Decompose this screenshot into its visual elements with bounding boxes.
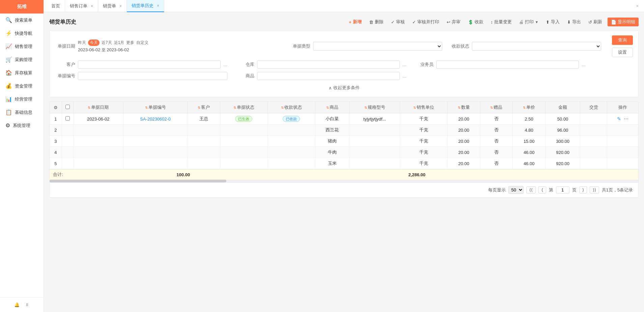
sidebar-item-basic-info[interactable]: 📋 基础信息 xyxy=(0,106,44,119)
abandon-button[interactable]: ↩ 弃审 xyxy=(445,18,463,26)
doc-no-input[interactable] xyxy=(78,72,227,80)
more-icon[interactable]: ⋯ xyxy=(624,116,628,122)
sidebar-item-finance[interactable]: 💰 资金管理 xyxy=(0,79,44,93)
page-first-button[interactable]: ⟨⟨ xyxy=(526,186,536,193)
page-number-input[interactable] xyxy=(556,186,569,193)
refresh-button[interactable]: ↺ 刷新 xyxy=(586,18,604,26)
sort-qty-icon: ⇅ xyxy=(458,106,460,109)
staff-ellipsis-button[interactable]: ... xyxy=(582,62,586,67)
col-goods[interactable]: ⇅商品 xyxy=(315,102,349,113)
sidebar-item-operation[interactable]: 📊 经营管理 xyxy=(0,93,44,106)
edit-icon[interactable]: ✎ xyxy=(617,116,621,122)
collapse-more-button[interactable]: ∧ 收起更多条件 xyxy=(55,83,633,92)
sidebar-item-quick-nav[interactable]: ⚡ 快捷导航 xyxy=(0,27,44,40)
query-button[interactable]: 查询 xyxy=(612,35,633,45)
audit-print-button[interactable]: ✓ 审核并打印 xyxy=(410,18,441,26)
tab-home[interactable]: 首页 xyxy=(47,0,65,12)
abandon-icon: ↩ xyxy=(447,20,450,25)
window-close-icon[interactable]: × xyxy=(633,3,641,8)
sidebar-item-inventory[interactable]: 🏠 库存核算 xyxy=(0,66,44,79)
collect-button[interactable]: 💲 收款 xyxy=(466,18,485,26)
col-gift[interactable]: ⇅赠品 xyxy=(480,102,513,113)
print-button[interactable]: 🖨 打印 ▼ xyxy=(517,18,540,26)
col-doc-status[interactable]: ⇅单据状态 xyxy=(220,102,268,113)
date-shortcut-1month[interactable]: 近1月 xyxy=(114,40,124,46)
date-shortcut-today[interactable]: 今天 xyxy=(88,40,100,46)
select-all-checkbox[interactable] xyxy=(65,105,70,109)
horizontal-scrollbar[interactable] xyxy=(50,180,638,182)
customer-ellipsis-button[interactable]: ... xyxy=(223,62,227,67)
scrollbar-thumb[interactable] xyxy=(50,180,226,182)
delete-icon: 🗑 xyxy=(369,20,373,25)
col-unit[interactable]: ⇅销售单位 xyxy=(400,102,448,113)
date-shortcut-7days[interactable]: 近7天 xyxy=(102,40,112,46)
tab-sales-history-close[interactable]: × xyxy=(157,3,159,8)
footer-total-label: 合计: xyxy=(53,172,73,178)
tab-sales-goods-close[interactable]: × xyxy=(119,4,122,8)
filter-customer: 客户 ... xyxy=(55,60,227,69)
sidebar-item-label-finance: 资金管理 xyxy=(15,83,32,89)
sidebar-item-search-menu[interactable]: 🔍 搜索菜单 xyxy=(0,14,44,27)
date-shortcuts: 昨天 今天 近7天 近1月 更多 自定义 2023-06-02 至 2023-0… xyxy=(78,40,148,53)
row-doc-date: 2023-06-02 xyxy=(73,113,123,125)
filter-row-2: 客户 ... 仓库 ... 业务员 ... xyxy=(55,60,633,69)
sidebar-item-sales-mgmt[interactable]: 📈 销售管理 xyxy=(0,40,44,53)
add-button[interactable]: + 新增 xyxy=(347,18,364,26)
row-doc-status xyxy=(220,147,268,158)
tab-sales-order-close[interactable]: × xyxy=(91,4,93,8)
row-checkbox[interactable] xyxy=(65,116,70,121)
delete-button[interactable]: 🗑 删除 xyxy=(367,18,386,26)
sidebar-item-purchase-mgmt[interactable]: 🛒 采购管理 xyxy=(0,53,44,66)
tab-sales-goods[interactable]: 销货单 × xyxy=(98,0,127,12)
doc-no-link[interactable]: SA-20230602-0 xyxy=(140,116,171,122)
set-button[interactable]: 设置 xyxy=(612,48,633,57)
col-spec[interactable]: ⇅规格型号 xyxy=(349,102,400,113)
audit-button[interactable]: ✓ 审核 xyxy=(389,18,407,26)
pause-icon[interactable]: ⏸ xyxy=(25,302,29,307)
page-prev-button[interactable]: ⟨ xyxy=(538,186,546,193)
sidebar-item-sys-mgmt[interactable]: ⚙ 系统管理 xyxy=(0,119,44,132)
notification-icon[interactable]: 🔔 xyxy=(14,302,20,307)
warehouse-ellipsis-button[interactable]: ... xyxy=(402,62,407,67)
collect-label: 收款 xyxy=(475,19,483,25)
import-button[interactable]: ⬆ 导入 xyxy=(544,18,562,26)
collect-status-select[interactable] xyxy=(472,42,601,51)
row-customer: 王总 xyxy=(188,113,220,125)
customer-input[interactable] xyxy=(78,60,221,69)
table-row: 3 猪肉 千克 20.00 否 15.00 300.00 xyxy=(50,136,638,147)
filter-warehouse: 仓库 ... xyxy=(234,60,407,69)
show-detail-button[interactable]: 📄 显示明细 xyxy=(608,18,639,26)
doc-type-select[interactable] xyxy=(313,42,442,51)
goods-input[interactable] xyxy=(257,72,400,80)
col-doc-no[interactable]: ⇅单据编号 xyxy=(123,102,187,113)
col-price[interactable]: ⇅单价 xyxy=(513,102,545,113)
warehouse-input[interactable] xyxy=(257,60,400,69)
export-button[interactable]: ⬇ 导出 xyxy=(565,18,583,26)
page-last-button[interactable]: ⟩⟩ xyxy=(590,186,599,193)
date-shortcut-more[interactable]: 更多 xyxy=(126,40,134,46)
row-doc-status xyxy=(220,125,268,136)
print-icon: 🖨 xyxy=(519,20,524,25)
tab-sales-order[interactable]: 销售订单 × xyxy=(65,0,98,12)
date-shortcut-custom[interactable]: 自定义 xyxy=(136,40,148,46)
staff-input[interactable] xyxy=(436,60,579,69)
batch-change-button[interactable]: ↕ 批量变更 xyxy=(489,18,514,26)
row-collect-status xyxy=(268,147,315,158)
col-settings[interactable]: ⚙ xyxy=(50,102,62,113)
col-doc-date[interactable]: ⇅单据日期 xyxy=(73,102,123,113)
page-next-button[interactable]: ⟩ xyxy=(579,186,587,193)
filter-section: 单据日期 昨天 今天 近7天 近1月 更多 自定义 2023-06-02 至 2… xyxy=(49,30,639,97)
row-doc-date xyxy=(73,125,123,136)
sort-customer-icon: ⇅ xyxy=(198,106,200,109)
col-qty[interactable]: ⇅数量 xyxy=(447,102,480,113)
row-actions-cell: ✎ ⋯ xyxy=(607,113,638,125)
goods-ellipsis-button[interactable]: ... xyxy=(402,73,407,79)
per-page-select[interactable]: 50 xyxy=(508,186,524,194)
col-collect-status[interactable]: ⇅收款状态 xyxy=(268,102,315,113)
col-customer[interactable]: ⇅客户 xyxy=(188,102,220,113)
date-shortcut-yesterday[interactable]: 昨天 xyxy=(78,40,86,46)
footer-total-qty: 100.00 xyxy=(73,172,293,177)
tab-sales-history[interactable]: 销货单历史 × xyxy=(127,0,164,12)
row-amount: 50.00 xyxy=(545,113,580,125)
pagination: 每页显示 50 ⟨⟨ ⟨ 第 页 ⟩ ⟩⟩ 共1页，5条记录 xyxy=(50,182,638,197)
